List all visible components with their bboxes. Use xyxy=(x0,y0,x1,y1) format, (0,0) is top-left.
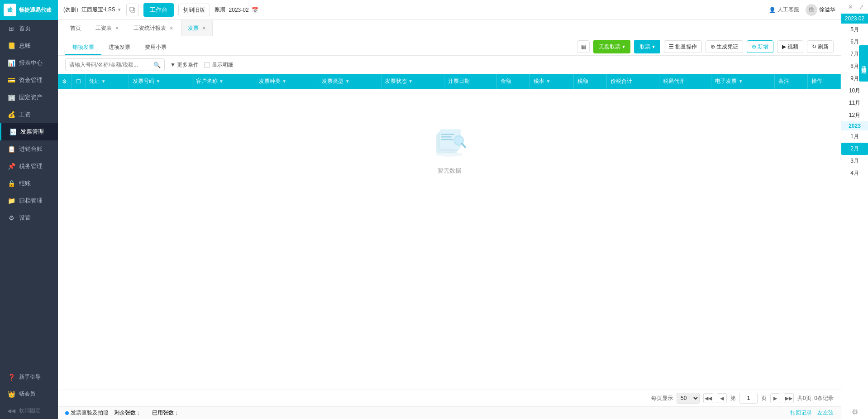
calendar-expand-btn[interactable]: ⤢ xyxy=(856,2,866,12)
sidebar-item-archive[interactable]: 📁 归档管理 xyxy=(0,192,58,209)
sidebar-item-home[interactable]: ⊞ 首页 xyxy=(0,20,58,37)
cal-month-12[interactable]: 12月 xyxy=(841,109,868,121)
cal-year-2023-label: 2023 xyxy=(841,121,868,130)
sidebar-item-sales[interactable]: 📋 进销台账 xyxy=(0,140,58,158)
first-page-btn[interactable]: ◀◀ xyxy=(703,393,713,403)
open-period-label: 开账日期 xyxy=(860,62,868,65)
show-detail-label[interactable]: 显示明细 xyxy=(204,61,234,69)
tab-salary-table[interactable]: 工资表 ✕ xyxy=(89,20,126,36)
per-page-select[interactable]: 50 10 20 100 xyxy=(677,393,700,404)
member-icon: 👑 xyxy=(7,390,15,398)
col-amount: 金额 xyxy=(497,74,530,89)
collect-label: 取票 xyxy=(639,43,650,51)
main-area: (勿删）江西服宝-LSS ▼ 工作台 切到旧版 账期 2023-02 📅 👤 人… xyxy=(58,0,841,419)
sidebar-item-settings[interactable]: ⚙ 设置 xyxy=(0,209,58,226)
table-header-row: ⚙ ☐ 凭证 ▼ 发票号码 ▼ 客户名称 ▼ 发票种类 ▼ 发票类型 ▼ 发票状… xyxy=(58,74,841,89)
generate-voucher-icon: ⊕ xyxy=(711,43,715,50)
sidebar-item-invoice[interactable]: 🧾 发票管理 xyxy=(0,123,58,140)
collapse-label: 收消固定 xyxy=(19,407,41,414)
sidebar-item-tax[interactable]: 📌 税务管理 xyxy=(0,158,58,175)
tab-home-label: 首页 xyxy=(70,24,81,32)
sub-tab-purchase[interactable]: 进项发票 xyxy=(101,41,138,55)
page-suffix: 页 xyxy=(761,395,767,402)
col-invoice-no: 发票号码 ▼ xyxy=(129,74,192,89)
customer-service-btn[interactable]: 👤 人工客服 xyxy=(769,6,799,14)
logo-icon: 账 xyxy=(4,4,16,16)
sidebar-label-reports: 报表中心 xyxy=(19,59,43,67)
calendar-panel: ✕ ⤢ 开账日期 2023.02 5月 6月 7月 8月 9月 10月 11月 xyxy=(841,0,868,419)
company-selector[interactable]: (勿删）江西服宝-LSS ▼ xyxy=(63,6,122,14)
col-invoice-type: 发票种类 ▼ xyxy=(255,74,318,89)
show-detail-checkbox[interactable] xyxy=(204,62,210,68)
video-btn[interactable]: ▶ 视频 xyxy=(777,40,803,53)
tab-salary-table-close-icon[interactable]: ✕ xyxy=(115,25,119,31)
refresh-btn[interactable]: ↻ 刷新 xyxy=(807,40,834,53)
sidebar-label-invoice: 发票管理 xyxy=(20,128,44,136)
sidebar-label-member: 畅会员 xyxy=(19,390,35,398)
calendar-close-btn[interactable]: ✕ xyxy=(845,2,855,12)
last-page-btn[interactable]: ▶▶ xyxy=(784,393,794,403)
sub-tab-sales[interactable]: 销项发票 xyxy=(65,41,101,55)
tab-invoice[interactable]: 发票 ✕ xyxy=(181,20,213,36)
sidebar-item-salary[interactable]: 💰 工资 xyxy=(0,106,58,123)
more-conditions-btn[interactable]: ▼ 更多条件 xyxy=(170,61,199,69)
user-menu[interactable]: 徐 徐溢华 xyxy=(806,4,835,16)
next-page-btn[interactable]: ▶ xyxy=(770,393,780,403)
period-value: 2023-02 xyxy=(229,7,249,13)
calendar-setting-btn[interactable]: ⚙ xyxy=(843,406,866,417)
batch-ops-btn[interactable]: ☰ 批量操作 xyxy=(664,40,702,53)
tab-salary-stats-close-icon[interactable]: ✕ xyxy=(169,25,173,31)
invoice-icon: 🧾 xyxy=(9,128,17,135)
import-link[interactable]: 扣回记录 xyxy=(790,409,812,417)
sidebar-label-guide: 新手引导 xyxy=(19,373,41,381)
work-center-btn[interactable]: 工作台 xyxy=(143,3,174,17)
cal-2023-month-1[interactable]: 1月 xyxy=(841,130,868,143)
svg-rect-8 xyxy=(441,139,453,140)
sidebar-item-guide[interactable]: ❓ 新手引导 xyxy=(0,369,58,385)
tab-invoice-close-icon[interactable]: ✕ xyxy=(202,25,206,31)
sidebar-label-funds: 资金管理 xyxy=(19,76,43,84)
page-input[interactable] xyxy=(739,393,758,404)
cal-month-10[interactable]: 10月 xyxy=(841,85,868,97)
sidebar-item-ledger[interactable]: 📒 总账 xyxy=(0,37,58,54)
username: 徐溢华 xyxy=(819,6,835,14)
open-period-btn[interactable]: 开账日期 xyxy=(859,45,868,82)
no-collect-btn[interactable]: 无盘取票 ▾ xyxy=(593,40,630,53)
collect-arrow-icon: ▾ xyxy=(652,43,655,50)
col-electronic: 电子发票 ▼ xyxy=(711,74,774,89)
sidebar-collapse-btn[interactable]: ◀◀ 收消固定 xyxy=(0,402,58,419)
grid-view-btn[interactable]: ▦ xyxy=(577,40,590,53)
sub-tab-expense[interactable]: 费用小票 xyxy=(138,41,174,55)
prev-page-btn[interactable]: ◀ xyxy=(717,393,727,403)
page-prefix: 第 xyxy=(730,395,736,402)
search-input[interactable] xyxy=(69,62,153,68)
cal-month-11[interactable]: 11月 xyxy=(841,97,868,109)
tab-salary-stats[interactable]: 工资统计报表 ✕ xyxy=(127,20,180,36)
cal-2023-month-3[interactable]: 3月 xyxy=(841,155,868,167)
sidebar-item-funds[interactable]: 💳 资金管理 xyxy=(0,72,58,89)
sidebar-item-member[interactable]: 👑 畅会员 xyxy=(0,385,58,402)
service-icon: 👤 xyxy=(769,7,776,13)
new-btn[interactable]: ⊕ 新增 xyxy=(747,40,773,53)
sidebar-item-closing[interactable]: 🔒 结账 xyxy=(0,175,58,192)
switch-version-btn[interactable]: 切到旧版 xyxy=(178,4,210,16)
copy-company-btn[interactable] xyxy=(126,4,139,16)
cal-2023-month-2[interactable]: 2月 xyxy=(841,143,868,155)
col-tax: 税额 xyxy=(573,74,606,89)
generate-voucher-btn[interactable]: ⊕ 生成凭证 xyxy=(706,40,743,53)
sidebar-item-reports[interactable]: 📊 报表中心 xyxy=(0,54,58,72)
col-settings[interactable]: ⚙ xyxy=(58,74,72,89)
col-checkbox[interactable]: ☐ xyxy=(72,74,85,89)
sidebar-item-assets[interactable]: 🏢 固定资产 xyxy=(0,89,58,106)
tab-home[interactable]: 首页 xyxy=(63,20,88,36)
help-link[interactable]: 左左弦 xyxy=(817,409,834,417)
cal-month-5[interactable]: 5月 xyxy=(841,24,868,36)
sidebar-label-ledger: 总账 xyxy=(19,42,31,50)
collect-btn[interactable]: 取票 ▾ xyxy=(634,40,660,53)
col-total: 价税合计 xyxy=(606,74,659,89)
svg-rect-1 xyxy=(130,7,134,11)
sub-tab-expense-label: 费用小票 xyxy=(145,44,167,50)
cal-2023-month-4[interactable]: 4月 xyxy=(841,167,868,179)
company-name: (勿删）江西服宝-LSS xyxy=(63,6,115,14)
per-page-label: 每页显示 xyxy=(651,395,673,402)
